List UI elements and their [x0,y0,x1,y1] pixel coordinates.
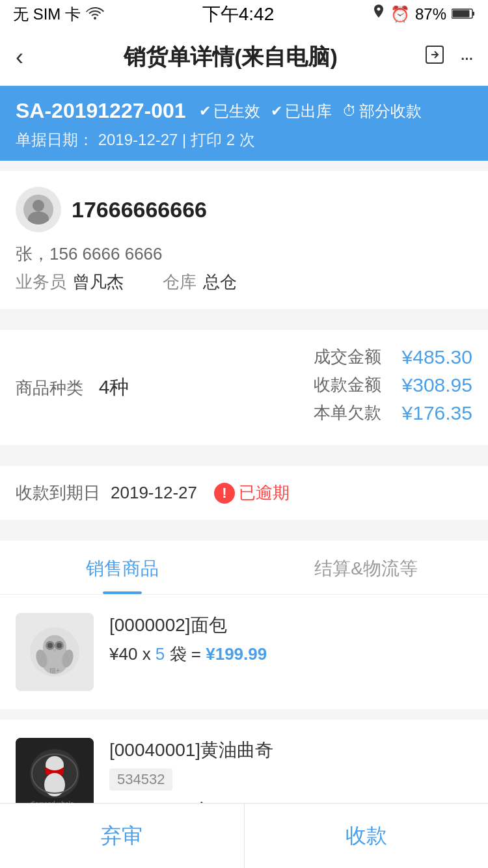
print-unit: 次 [239,131,255,148]
debt-amount-label: 本单欠款 [314,401,381,424]
back-button[interactable]: ‹ [16,44,36,71]
overdue-badge: ! 已逾期 [214,481,290,504]
svg-rect-1 [472,12,474,16]
product-equals-1: = [191,644,206,664]
nav-actions: ··· [425,45,472,69]
debt-amount-value: ¥176.35 [394,402,472,424]
product-name-2: [00040001]黄油曲奇 [109,738,472,763]
overdue-icon: ! [214,483,235,504]
product-info-1: [0000002]面包 ¥40 x 5 袋 = ¥199.99 [109,613,472,666]
collect-label: 收款 [346,822,387,850]
due-card: 收款到期日 2019-12-27 ! 已逾期 [0,466,488,520]
customer-phone: 17666666666 [72,197,207,223]
header-banner: SA-20191227-001 ✔ 已生效 ✔ 已出库 ⏱ 部分收款 单据日期：… [0,86,488,161]
product-item: 猫+ [0000002]面包 ¥40 x 5 袋 = ¥199.99 [0,595,488,709]
deal-amount-row: 成交金额 ¥485.30 [314,346,472,368]
customer-meta: 业务员 曾凡杰 仓库 总仓 [16,271,472,293]
carrier-text: 无 SIM 卡 [13,4,81,25]
nav-bar: ‹ 销货单详情(来自电脑) ··· [0,29,488,86]
summary-left: 商品种类 4种 [16,374,129,401]
summary-row: 商品种类 4种 成交金额 ¥485.30 收款金额 ¥308.95 本单欠款 ¥… [16,346,472,429]
product-sku-2: 534532 [109,768,172,791]
order-id: SA-20191227-001 [16,99,186,123]
status-right: ⏰ 87% [372,5,475,24]
avatar-icon [23,195,53,224]
salesman-label: 业务员 [16,271,66,293]
partial-payment-label: 部分收款 [359,101,422,122]
overdue-text: 已逾期 [239,481,290,504]
deal-amount-value: ¥485.30 [394,346,472,368]
product-types-label: 商品种类 [16,378,83,398]
reject-label: 弃审 [101,822,142,850]
battery-text: 87% [415,5,446,23]
warehouse-meta: 仓库 总仓 [163,271,237,293]
customer-top: 17666666666 [16,187,472,232]
summary-card: 商品种类 4种 成交金额 ¥485.30 收款金额 ¥308.95 本单欠款 ¥… [0,330,488,445]
summary-right: 成交金额 ¥485.30 收款金额 ¥308.95 本单欠款 ¥176.35 [314,346,472,429]
partial-clock-icon: ⏱ [342,103,357,120]
wifi-icon [86,5,104,23]
effective-check-icon: ✔ [199,103,211,120]
status-partial-payment: ⏱ 部分收款 [342,101,422,122]
status-outbound: ✔ 已出库 [271,101,332,122]
warehouse-label: 仓库 [163,271,197,293]
tab-sales-products[interactable]: 销售商品 [0,541,244,594]
page-title: 销货单详情(来自电脑) [36,42,425,72]
salesman-meta: 业务员 曾凡杰 [16,271,124,293]
print-label: 打印 [191,131,222,148]
banner-sub: 单据日期： 2019-12-27 | 打印 2 次 [16,129,472,150]
customer-name: 张，156 6666 6666 [16,243,472,265]
tab-settlement[interactable]: 结算&物流等 [244,541,488,594]
outbound-label: 已出库 [285,101,332,122]
battery-icon [452,5,475,23]
date-label: 单据日期： [16,131,94,148]
print-separator: | [182,131,191,148]
product-total-1: ¥199.99 [206,644,267,664]
svg-point-9 [47,643,53,648]
received-amount-row: 收款金额 ¥308.95 [314,373,472,396]
outbound-check-icon: ✔ [271,103,282,120]
divider-3 [0,520,488,530]
svg-text:猫+: 猫+ [49,667,60,674]
customer-card: 17666666666 张，156 6666 6666 业务员 曾凡杰 仓库 总… [0,171,488,309]
product-price-1: ¥40 x 5 袋 = ¥199.99 [109,643,472,666]
location-icon [372,5,385,24]
print-count: 2 [226,131,235,148]
reject-button[interactable]: 弃审 [0,804,245,868]
alarm-icon: ⏰ [390,5,410,23]
status-left: 无 SIM 卡 [13,4,104,25]
divider-2 [0,445,488,455]
debt-amount-row: 本单欠款 ¥176.35 [314,401,472,424]
warehouse-value: 总仓 [203,271,237,293]
product-count: 4种 [99,376,129,398]
due-date-value: 2019-12-27 [111,483,197,503]
avatar [16,187,61,232]
status-effective: ✔ 已生效 [199,101,260,122]
bottom-bar: 弃审 收款 [0,803,488,868]
divider-1 [0,309,488,319]
effective-label: 已生效 [213,101,260,122]
status-bar: 无 SIM 卡 下午4:42 ⏰ 87% [0,0,488,29]
tabs: 销售商品 结算&物流等 [0,541,488,595]
share-button[interactable] [425,45,444,69]
more-button[interactable]: ··· [460,46,472,68]
svg-rect-2 [453,10,470,18]
status-time: 下午4:42 [202,2,275,27]
product-name-1: [0000002]面包 [109,613,472,638]
tab-settlement-label: 结算&物流等 [314,558,418,578]
received-amount-label: 收款金额 [314,373,381,396]
product-qty-1: 5 [156,644,165,664]
status-tags: ✔ 已生效 ✔ 已出库 ⏱ 部分收款 [199,101,422,122]
salesman-value: 曾凡杰 [73,271,124,293]
product-multiply-1: x [142,644,156,664]
deal-amount-label: 成交金额 [314,346,381,368]
collect-button[interactable]: 收款 [245,804,489,868]
banner-top: SA-20191227-001 ✔ 已生效 ✔ 已出库 ⏱ 部分收款 [16,99,472,123]
product-thumbnail-1: 猫+ [16,613,94,691]
product-unit-1: 袋 [170,644,187,664]
tab-sales-label: 销售商品 [86,558,159,578]
received-amount-value: ¥308.95 [394,374,472,396]
product-base-price-1: ¥40 [109,644,137,664]
due-date-label: 收款到期日 [16,481,100,504]
svg-point-10 [57,643,62,648]
